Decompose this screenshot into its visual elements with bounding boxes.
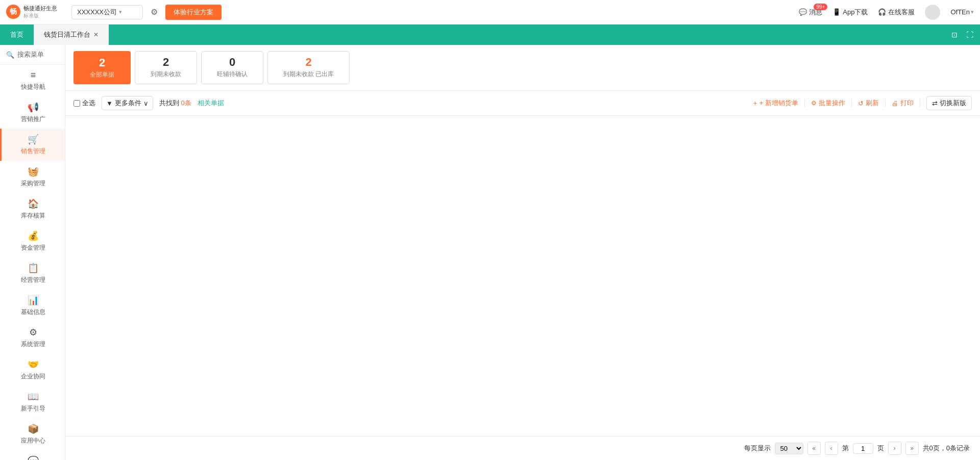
filter-button[interactable]: ▼ 更多条件 ∨: [102, 96, 153, 110]
chevron-user-icon: ▾: [971, 9, 974, 15]
per-page-select[interactable]: 50 100 200: [775, 443, 803, 454]
sidebar-item-wechat[interactable]: 💬 企业微信: [0, 450, 65, 460]
select-all-input[interactable]: [74, 100, 80, 107]
sidebar-item-label: 库存核算: [21, 211, 45, 220]
batch-button[interactable]: ⚙ 批量操作: [811, 99, 845, 108]
select-all-label: 全选: [82, 99, 95, 108]
refresh-icon: ↺: [858, 100, 864, 107]
last-page-button[interactable]: »: [905, 442, 919, 455]
logo-area: 畅 畅捷通好生意 标准版: [6, 5, 71, 19]
company-select[interactable]: XXXXXX公司 ▾: [71, 5, 143, 19]
sidebar-item-label: 系统管理: [21, 340, 45, 349]
status-cards: 2 全部单据 2 到期未收款 0 旺辅待确认 2 到期未收款 已出库: [65, 45, 980, 91]
sidebar-item-label: 营销推广: [21, 115, 45, 124]
status-card-wangfu[interactable]: 0 旺辅待确认: [201, 51, 263, 84]
status-card-shipped[interactable]: 2 到期未收款 已出库: [267, 51, 350, 84]
purchase-icon: 🧺: [28, 166, 39, 177]
next-page-button[interactable]: ›: [888, 442, 901, 455]
basic-info-icon: 📊: [28, 295, 39, 306]
add-sales-order-button[interactable]: ＋ + 新增销货单: [752, 99, 798, 108]
switch-icon: ⇄: [932, 100, 938, 107]
sidebar-item-guide[interactable]: 📖 新手引导: [0, 386, 65, 418]
print-icon: 🖨: [892, 100, 898, 107]
page-label: 第: [842, 444, 849, 453]
search-menu-button[interactable]: 🔍 搜索菜单: [0, 45, 65, 65]
select-all-checkbox[interactable]: 全选: [74, 99, 95, 108]
status-card-overdue[interactable]: 2 到期未收款: [135, 51, 197, 84]
sidebar-item-label: 快捷导航: [21, 83, 45, 91]
top-header: 畅 畅捷通好生意 标准版 XXXXXX公司 ▾ ⚙ 体验行业方案 💬 消息 99…: [0, 0, 980, 25]
chevron-filter-icon: ∨: [143, 100, 149, 107]
tab-workbench[interactable]: 钱货日清工作台 ✕: [34, 25, 109, 45]
search-menu-label: 搜索菜单: [17, 50, 44, 59]
sidebar-item-label: 基础信息: [21, 308, 45, 317]
overdue-count: 2: [163, 56, 169, 69]
per-page-label: 每页显示: [744, 444, 771, 453]
switch-version-button[interactable]: ⇄ 切换新版: [926, 96, 972, 110]
company-name: XXXXXX公司: [77, 8, 117, 17]
tab-home-label: 首页: [10, 30, 23, 39]
sidebar-item-marketing[interactable]: 📢 营销推广: [0, 96, 65, 129]
online-service-button[interactable]: 🎧 在线客服: [878, 8, 915, 17]
maximize-button[interactable]: ⛶: [964, 29, 976, 41]
header-right: 💬 消息 99+ 📱 App下载 🎧 在线客服 OfTEn ▾: [799, 5, 974, 20]
print-label: 打印: [900, 99, 914, 108]
sidebar-item-operations[interactable]: 📋 经营管理: [0, 257, 65, 289]
trial-button[interactable]: 体验行业方案: [165, 5, 222, 20]
sidebar-item-purchase[interactable]: 🧺 采购管理: [0, 161, 65, 193]
shipped-label: 到期未收款 已出库: [283, 70, 334, 79]
content-area: 2 全部单据 2 到期未收款 0 旺辅待确认 2 到期未收款 已出库 全选: [65, 45, 980, 460]
sidebar-item-basic-info[interactable]: 📊 基础信息: [0, 289, 65, 322]
operations-icon: 📋: [28, 262, 39, 274]
username-area[interactable]: OfTEn ▾: [950, 8, 974, 16]
batch-label: 批量操作: [819, 99, 845, 108]
all-label: 全部单据: [90, 70, 114, 79]
divider4: [920, 99, 920, 107]
minimize-button[interactable]: ⊡: [948, 29, 961, 41]
app-center-icon: 📦: [28, 423, 39, 434]
batch-icon: ⚙: [811, 100, 817, 107]
status-card-all[interactable]: 2 全部单据: [74, 51, 131, 84]
sidebar-item-app-center[interactable]: 📦 应用中心: [0, 418, 65, 450]
close-tab-icon[interactable]: ✕: [93, 31, 99, 38]
app-download-button[interactable]: 📱 App下载: [832, 8, 868, 17]
filter-icon: ▼: [106, 100, 113, 107]
overdue-label: 到期未收款: [151, 70, 181, 79]
sidebar-item-label: 资金管理: [21, 244, 45, 252]
logo-text-block: 畅捷通好生意 标准版: [23, 5, 57, 19]
prev-page-button[interactable]: ‹: [825, 442, 838, 455]
messages-button[interactable]: 💬 消息 99+: [799, 8, 822, 17]
sidebar-item-enterprise[interactable]: 🤝 企业协同: [0, 354, 65, 386]
sidebar-item-system[interactable]: ⚙ 系统管理: [0, 322, 65, 354]
app-icon: 📱: [832, 8, 841, 16]
refresh-label: 刷新: [866, 99, 879, 108]
logo-badge: 标准版: [23, 12, 57, 19]
refresh-button[interactable]: ↺ 刷新: [858, 99, 879, 108]
settings-button[interactable]: ⚙: [146, 4, 162, 20]
switch-label: 切换新版: [940, 99, 966, 108]
tab-home[interactable]: 首页: [0, 25, 34, 45]
add-icon: ＋: [752, 99, 758, 108]
related-link[interactable]: 相关单据: [198, 99, 224, 108]
current-page-input[interactable]: [853, 443, 873, 454]
first-page-button[interactable]: «: [807, 442, 821, 455]
found-text: 共找到 0条: [159, 99, 191, 108]
system-icon: ⚙: [29, 327, 37, 338]
quick-nav-icon: ≡: [31, 70, 36, 81]
logo-name: 畅捷通好生意: [23, 5, 57, 12]
message-icon: 💬: [799, 8, 807, 16]
print-button[interactable]: 🖨 打印: [892, 99, 914, 108]
enterprise-icon: 🤝: [28, 359, 39, 370]
divider: [804, 99, 805, 107]
username-text: OfTEn: [950, 8, 970, 16]
avatar[interactable]: [925, 5, 940, 20]
wangfu-label: 旺辅待确认: [217, 70, 248, 79]
add-label: + 新增销货单: [760, 99, 798, 108]
sidebar-item-finance[interactable]: 💰 资金管理: [0, 225, 65, 257]
sidebar-item-label: 应用中心: [21, 437, 45, 445]
sidebar-item-quick-nav[interactable]: ≡ 快捷导航: [0, 65, 65, 96]
sidebar-item-inventory[interactable]: 🏠 库存核算: [0, 193, 65, 225]
sidebar-item-sales[interactable]: 🛒 销售管理: [0, 129, 65, 161]
marketing-icon: 📢: [28, 102, 39, 113]
chevron-down-icon: ▾: [119, 9, 122, 15]
